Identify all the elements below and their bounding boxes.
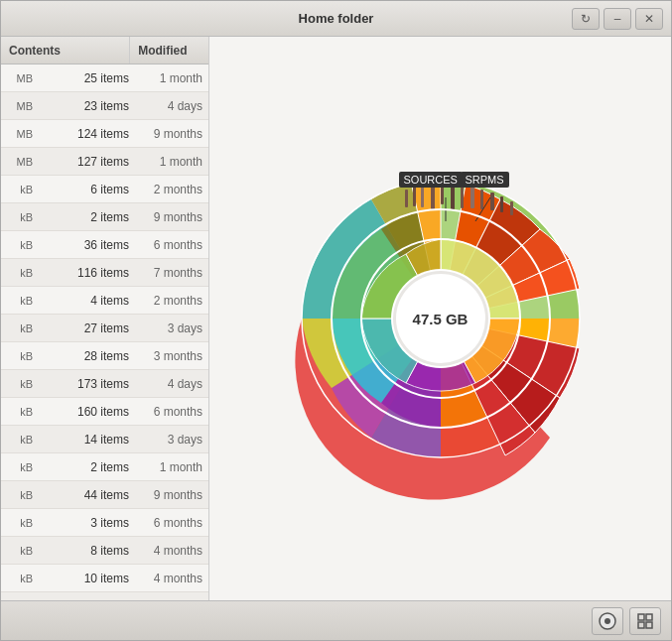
cell-size: kB [1,350,39,362]
cell-size: kB [1,322,39,334]
cell-size: kB [1,489,39,501]
cell-size: kB [1,517,39,529]
minimize-button[interactable]: – [604,8,631,30]
cell-size: MB [1,100,39,112]
svg-rect-11 [405,190,408,207]
cell-items: 173 items [39,377,135,391]
disc-icon [599,612,616,630]
svg-rect-6 [490,192,494,210]
svg-point-19 [605,618,610,624]
svg-rect-10 [413,185,416,206]
table-row[interactable]: kB 173 items 4 days [1,370,208,398]
table-row[interactable]: kB 4 items 2 months [1,287,208,315]
cell-modified: 2 months [135,183,208,196]
cell-modified: 9 months [135,210,208,224]
grid-icon [636,612,654,630]
table-row[interactable]: kB 3 items 6 months [1,509,208,537]
cell-items: 6 items [39,183,135,196]
cell-size: kB [1,434,39,446]
cell-modified: 1 month [135,71,208,85]
table-row[interactable]: kB 8 items 4 months [1,537,208,565]
cell-size: kB [1,406,39,418]
view-btn-2[interactable] [629,607,661,635]
view-btn-1[interactable] [592,607,623,635]
cell-items: 25 items [39,71,135,85]
table-row[interactable]: MB 23 items 4 days [1,92,208,120]
cell-size: kB [1,184,39,195]
cell-items: 14 items [39,433,135,447]
srpms-label: SRPMS [461,172,509,188]
cell-modified: 6 months [135,238,208,252]
svg-rect-3 [461,185,464,208]
refresh-button[interactable]: ↻ [572,8,600,30]
cell-items: 2 items [39,210,135,224]
cell-size: MB [1,156,39,168]
cell-modified: 4 months [135,572,208,585]
cell-items: 44 items [39,488,135,502]
list-header: Contents Modified [1,37,208,64]
cell-modified: 3 days [135,321,208,335]
cell-items: 124 items [39,127,135,141]
cell-modified: 9 months [135,127,208,141]
table-row[interactable]: MB 127 items 1 month [1,148,208,176]
file-list-body[interactable]: MB 25 items 1 month MB 23 items 4 days M… [1,64,208,600]
window-title: Home folder [299,11,374,26]
table-row[interactable]: kB 10 items 4 months [1,565,208,592]
cell-size: kB [1,378,39,390]
cell-items: 3 items [39,516,135,530]
cell-size: MB [1,128,39,140]
table-row[interactable]: MB 124 items 9 months [1,120,208,148]
sunburst-chart: SOURCES SRPMS [252,130,629,507]
cell-items: 2 items [39,460,135,474]
cell-items: 8 items [39,544,135,558]
cell-modified: 7 months [135,266,208,280]
table-row[interactable]: kB 5 items 5 months [1,592,208,600]
svg-rect-5 [480,190,483,209]
cell-modified: 3 months [135,349,208,363]
cell-size: kB [1,573,39,584]
table-row[interactable]: kB 44 items 9 months [1,481,208,509]
cell-modified: 4 days [135,377,208,391]
table-row[interactable]: kB 27 items 3 days [1,315,208,342]
cell-size: MB [1,72,39,84]
cell-size: kB [1,211,39,223]
table-row[interactable]: kB 28 items 3 months [1,342,208,370]
cell-items: 127 items [39,155,135,169]
cell-size: kB [1,461,39,473]
cell-size: kB [1,267,39,279]
sources-label: SOURCES [399,172,463,188]
cell-size: kB [1,239,39,251]
main-window: Home folder ↻ – ✕ Contents Modified MB 2… [0,0,672,641]
cell-modified: 4 days [135,99,208,113]
table-row[interactable]: kB 6 items 2 months [1,176,208,203]
table-row[interactable]: kB 36 items 6 months [1,231,208,259]
content-area: Contents Modified MB 25 items 1 month MB… [1,37,671,600]
modified-header: Modified [130,37,208,64]
cell-items: 4 items [39,294,135,308]
svg-rect-7 [500,196,503,212]
svg-rect-4 [470,187,474,208]
close-button[interactable]: ✕ [635,8,663,30]
svg-rect-23 [646,622,652,628]
svg-rect-22 [638,622,644,628]
cell-items: 23 items [39,99,135,113]
contents-header: Contents [1,37,130,64]
cell-items: 36 items [39,238,135,252]
cell-size: kB [1,545,39,557]
table-row[interactable]: kB 14 items 3 days [1,426,208,453]
table-row[interactable]: kB 160 items 6 months [1,398,208,426]
cell-items: 116 items [39,266,135,280]
cell-items: 10 items [39,572,135,585]
cell-items: 27 items [39,321,135,335]
table-row[interactable]: kB 116 items 7 months [1,259,208,287]
cell-modified: 6 months [135,405,208,419]
cell-modified: 2 months [135,294,208,308]
table-row[interactable]: kB 2 items 1 month [1,453,208,481]
table-row[interactable]: MB 25 items 1 month [1,64,208,92]
chart-panel: SOURCES SRPMS [209,37,671,600]
window-controls: ↻ – ✕ [572,8,663,30]
table-row[interactable]: kB 2 items 9 months [1,203,208,231]
cell-items: 28 items [39,349,135,363]
cell-modified: 6 months [135,516,208,530]
cell-items: 160 items [39,405,135,419]
